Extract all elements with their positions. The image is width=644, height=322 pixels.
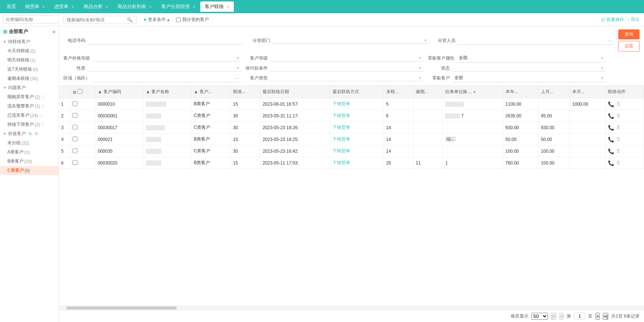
contact-icon-4[interactable]: 📞	[608, 137, 614, 142]
th-account[interactable]: 往来单位账… ∧	[443, 86, 503, 98]
close-purchase-tab[interactable]: ×	[71, 4, 74, 9]
th-overdue[interactable]: 逾期...	[414, 86, 443, 98]
nav-tab-analysis[interactable]: 商品分析 ×	[79, 1, 112, 12]
refresh-icon[interactable]: ↻	[29, 131, 32, 137]
sidebar-item-overdue[interactable]: 逾期未联络 (30)	[0, 74, 59, 83]
row-checkbox-3[interactable]	[73, 125, 77, 130]
th-unlinked[interactable]: 未联...	[384, 86, 413, 98]
row-checkbox-1[interactable]	[73, 101, 77, 106]
th-customer-type[interactable]: ▲ 客户...	[191, 86, 230, 98]
filter-region-select[interactable]: ···	[92, 74, 241, 82]
my-customers-checkbox[interactable]	[176, 17, 181, 22]
edit-icon[interactable]: ✎	[35, 131, 38, 137]
nav-tab-customer-tier[interactable]: 客户分层经营 ×	[157, 1, 200, 12]
sidebar-collapse-icon[interactable]: «	[52, 28, 56, 35]
filter-status-select[interactable]: ∨	[452, 65, 606, 71]
sidebar-item-declining[interactable]: 持续下滑客户 (2) ⓘ	[0, 120, 59, 129]
filter-phone-input[interactable]	[88, 37, 244, 45]
more-icon-6[interactable]: ⠿	[616, 160, 620, 166]
export-btn[interactable]: ↑ 导出	[627, 17, 640, 23]
more-icon-1[interactable]: ⠿	[616, 101, 620, 107]
more-icon-2[interactable]: ⠿	[616, 113, 620, 119]
row-checkbox-2[interactable]	[73, 113, 77, 118]
contact-icon-1[interactable]: 📞	[608, 101, 614, 107]
sidebar-item-churned[interactable]: 已流失客户 (24) ⓘ	[0, 111, 59, 120]
select-all-checkbox[interactable]	[78, 89, 82, 94]
next-page-btn[interactable]: >	[595, 313, 600, 320]
sidebar-item-7days[interactable]: 近7天待联络 (0)	[0, 65, 59, 74]
sales-order-link-2[interactable]: 下销货单	[332, 113, 350, 118]
nav-tab-purchase[interactable]: 进货单 ×	[50, 1, 78, 12]
more-icon-4[interactable]: ⠿	[616, 137, 620, 142]
contact-icon-6[interactable]: 📞	[608, 160, 614, 166]
page-input[interactable]	[574, 312, 585, 320]
sidebar-item-ungrouped[interactable]: 未分组 (32)	[0, 138, 59, 148]
th-code[interactable]: ▲ 客户编码	[95, 86, 143, 98]
filter-retail-customer-select[interactable]: 全部 ∨	[452, 74, 606, 82]
close-customer-contact-tab[interactable]: ×	[227, 4, 229, 9]
sidebar-group-pending[interactable]: ▼ 待联络客户	[0, 37, 59, 46]
horizontal-scrollbar[interactable]	[59, 305, 644, 310]
th-last-month[interactable]: 上月...	[539, 86, 570, 98]
nav-tab-analysis-list[interactable]: 商品分析列表 ×	[113, 1, 156, 12]
close-sales-tab[interactable]: ×	[42, 4, 45, 9]
nav-tab-customer-contact[interactable]: 客户联络 ×	[200, 1, 233, 12]
sales-order-link-4[interactable]: 下销货单	[332, 137, 350, 142]
filter-dept-select[interactable]: ∨	[272, 37, 429, 44]
sidebar-item-c-class[interactable]: C类客户 (6)	[0, 166, 59, 175]
sidebar-search-input[interactable]	[3, 15, 59, 24]
toolbar-search-input[interactable]	[67, 17, 126, 22]
sidebar-all-customers[interactable]: ⊞ 全部客户 «	[0, 26, 59, 37]
sidebar-item-churn-warning[interactable]: 流失预警客户 (3) ⓘ	[0, 102, 59, 111]
query-button[interactable]: 查询	[618, 29, 640, 39]
th-contact-num[interactable]: 联络...	[230, 86, 260, 98]
more-icon-5[interactable]: ⠿	[616, 148, 620, 154]
sidebar-item-a-class[interactable]: A类客户 (1)	[0, 148, 59, 157]
row-checkbox-6[interactable]	[73, 160, 77, 165]
toolbar-search-icon[interactable]: 🔍	[127, 17, 133, 22]
contact-icon-5[interactable]: 📞	[608, 148, 614, 154]
sidebar-item-b-class[interactable]: B类客户 (33)	[0, 157, 59, 166]
prev-page-btn[interactable]: <	[559, 313, 564, 320]
contact-icon-2[interactable]: 📞	[608, 113, 614, 119]
th-name[interactable]: ▲ 客户名称	[143, 86, 191, 98]
sales-order-link-3[interactable]: 下销货单	[332, 125, 350, 130]
filter-customer-type-select[interactable]: ∨	[270, 75, 423, 81]
filter-retail-attr-select[interactable]: 全部 ∨	[457, 54, 606, 63]
row-checkbox-5[interactable]	[73, 148, 77, 153]
per-page-select[interactable]: 50 100	[531, 313, 548, 320]
nav-tab-sales[interactable]: 销货单 ×	[21, 1, 49, 12]
close-customer-tier-tab[interactable]: ×	[193, 4, 195, 9]
more-icon-3[interactable]: ⠿	[616, 125, 620, 131]
row-checkbox-4[interactable]	[73, 137, 77, 141]
last-page-btn[interactable]: >|	[603, 313, 608, 320]
sidebar-item-abnormal[interactable]: 囤购异常客户 (2) ⓘ	[0, 92, 59, 102]
th-last-contact-date[interactable]: 最后联络日期	[260, 86, 330, 98]
sidebar-group-value[interactable]: ▼ 价值客户 ↻ ✎	[0, 129, 59, 138]
sales-order-link-6[interactable]: 下销货单	[332, 160, 350, 165]
sales-order-link-5[interactable]: 下销货单	[332, 148, 350, 153]
filter-customer-level-select[interactable]: ∨	[270, 55, 423, 61]
th-this-month[interactable]: 本月...	[570, 86, 605, 98]
gear-icon-btn[interactable]: ⚙	[73, 90, 77, 95]
filter-manager-select[interactable]: ···	[458, 36, 614, 45]
sidebar-item-tomorrow[interactable]: 明天待联络 (1)	[0, 56, 59, 65]
filter-payment-select[interactable]: ∨	[270, 65, 423, 71]
sales-order-link-1[interactable]: 下销货单	[332, 101, 350, 106]
sidebar-group-problem[interactable]: ▼ 问题客户	[0, 83, 59, 92]
filter-nature-select[interactable]: ∨	[88, 65, 241, 71]
batch-ops-btn[interactable]: ☑ 批量操作	[601, 17, 624, 23]
sidebar-item-today[interactable]: 今天待联络 (0)	[0, 46, 59, 56]
close-analysis-list-tab[interactable]: ×	[149, 4, 151, 9]
th-last-contact-method[interactable]: 最后联络方式	[330, 86, 384, 98]
first-page-btn[interactable]: |<	[551, 313, 556, 320]
more-conditions-btn[interactable]: ▼ 更多条件 ▲	[140, 15, 173, 24]
contact-icon-3[interactable]: 📞	[608, 125, 614, 131]
scrollbar-thumb[interactable]	[66, 307, 177, 309]
close-analysis-tab[interactable]: ×	[106, 4, 108, 9]
my-customers-checkbox-label[interactable]: 我分管的客户	[176, 17, 209, 23]
nav-home[interactable]: 首页	[3, 3, 20, 10]
settings-button[interactable]: 设置	[618, 41, 640, 52]
th-this-year[interactable]: 本年...	[503, 86, 538, 98]
filter-price-level-select[interactable]: ∨	[92, 55, 241, 61]
